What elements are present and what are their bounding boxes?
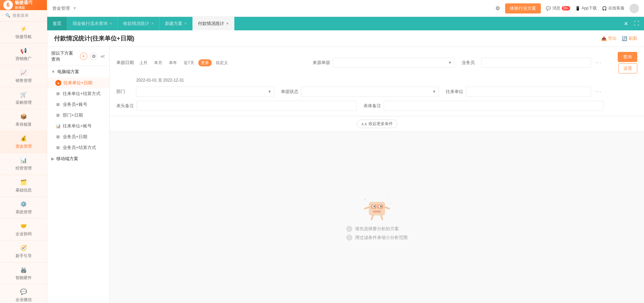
body-note-label: 表体备注 xyxy=(363,103,381,109)
date-btn-more[interactable]: 更多 xyxy=(198,59,212,66)
scheme-icon: ⊞ xyxy=(55,91,61,96)
query-button[interactable]: 查询 xyxy=(618,52,637,62)
tab-new-scheme[interactable]: 新建方案 × xyxy=(159,17,193,30)
settings-icon[interactable]: ⚙ xyxy=(495,5,500,11)
filter-status-item: 单据状态 ▼ xyxy=(281,87,439,97)
filter-settings-button[interactable]: 设置 xyxy=(618,63,637,73)
staff-more-button[interactable]: ··· xyxy=(594,60,604,66)
scheme-desktop-items: ● 往来单位+日期 ⊞ 往来单位+结算方式 ⊞ 业务员+账号 ⊞ 部门+日期 xyxy=(47,78,109,153)
partner-more-button[interactable]: ··· xyxy=(594,89,604,95)
sidebar-item-inventory[interactable]: 📦 库存核算 xyxy=(0,109,47,131)
filter-header-note-item: 表头备注 xyxy=(116,101,357,111)
scheme-icon: ⊞ xyxy=(55,134,61,140)
sidebar-item-hardware[interactable]: 🖨️ 智能硬件 xyxy=(0,263,47,284)
sidebar-nav: ⚡ 快捷导航 📢 营销推广 📈 销售管理 🛒 采购管理 📦 库存核算 💰 资金管… xyxy=(0,22,47,303)
source-select[interactable] xyxy=(333,58,455,68)
user-avatar[interactable] xyxy=(630,4,639,13)
collapse-more-button[interactable]: ∧∧ 收起更多条件 xyxy=(357,120,397,128)
sidebar-item-marketing[interactable]: 📢 营销推广 xyxy=(0,43,47,65)
message-button[interactable]: 💬 消息 99+ xyxy=(546,5,570,11)
sidebar-item-operation[interactable]: 📊 经营管理 xyxy=(0,153,47,175)
empty-state: 1 请先选择要分析的方案 2 用过滤条件来缩小分析范围 xyxy=(110,132,644,303)
scheme-desktop-title[interactable]: ▼ 电脑端方案 xyxy=(47,66,109,78)
scheme-item-partner-account[interactable]: 📊 往来单位+账号 xyxy=(47,121,109,131)
date-btn-7days[interactable]: 近7天 xyxy=(181,59,197,67)
wechat-icon: 💬 xyxy=(20,288,28,296)
dept-select[interactable] xyxy=(136,87,274,97)
header-note-label: 表头备注 xyxy=(116,103,134,109)
sidebar-item-sales[interactable]: 📈 销售管理 xyxy=(0,65,47,87)
collapse-up-icon: ∧∧ xyxy=(361,122,367,126)
date-btn-custom[interactable]: 自定义 xyxy=(213,59,231,67)
tip-num-1: 1 xyxy=(346,226,352,232)
partner-input[interactable] xyxy=(466,87,591,97)
basic-icon: 🗂️ xyxy=(20,178,28,186)
sidebar-item-quick-nav[interactable]: ⚡ 快捷导航 xyxy=(0,22,47,43)
scheme-item-partner-date[interactable]: ● 往来单位+日期 xyxy=(47,78,109,88)
status-select[interactable] xyxy=(301,87,439,97)
tab-payment-close[interactable]: × xyxy=(226,21,229,26)
date-btn-last-month[interactable]: 上月 xyxy=(137,59,150,67)
tab-bank-close[interactable]: × xyxy=(110,21,112,26)
tab-home[interactable]: 首页 xyxy=(47,17,67,30)
tab-receipt-close[interactable]: × xyxy=(151,21,154,26)
status-select-wrapper: ▼ xyxy=(301,87,439,97)
sidebar-item-purchase[interactable]: 🛒 采购管理 xyxy=(0,87,47,109)
refresh-button[interactable]: 🔄 刷新 xyxy=(622,35,637,41)
search-icon: 🔍 xyxy=(5,13,10,18)
tab-payment[interactable]: 付款情况统计 × xyxy=(193,17,234,30)
body-note-input[interactable] xyxy=(384,101,604,111)
inventory-icon: 📦 xyxy=(20,113,28,121)
scheme-settings-button[interactable]: ⚙ xyxy=(90,53,97,60)
tabs-fullscreen-button[interactable]: ⛶ xyxy=(633,20,641,28)
filter-actions: 查询 设置 xyxy=(610,52,637,73)
date-range-row: 2022-01-01 至 2022-12-31 xyxy=(116,78,637,83)
sidebar-item-basic[interactable]: 🗂️ 基础信息 xyxy=(0,175,47,197)
mobile-collapse-arrow: ▶ xyxy=(51,156,54,161)
scheme-mobile-title[interactable]: ▶ 移动端方案 xyxy=(47,153,109,164)
top-header: 资金管理 ▼ ⚙ 体验行业方案 💬 消息 99+ 📱 App下载 🎧 在线客服 xyxy=(47,0,644,17)
phone-icon: 📱 xyxy=(575,6,580,11)
hardware-icon: 🖨️ xyxy=(20,266,28,274)
header-note-input[interactable] xyxy=(137,101,357,111)
system-icon: ⚙️ xyxy=(20,200,28,208)
staff-input[interactable] xyxy=(481,58,591,68)
empty-illustration xyxy=(360,194,394,221)
date-btn-this-month[interactable]: 本月 xyxy=(151,59,165,67)
tab-bank[interactable]: 现金银行流水查询 × xyxy=(67,17,118,30)
sidebar-item-enterprise[interactable]: 🤝 企业协同 xyxy=(0,219,47,241)
sidebar-logo: 6 畅捷通巧 标准版 xyxy=(0,0,47,10)
filter-row-2: 部门 ▼ 单据状态 ▼ 往来单位 xyxy=(116,87,637,97)
dept-label: 部门 xyxy=(116,89,133,95)
sidebar-item-capital[interactable]: 💰 资金管理 xyxy=(0,131,47,153)
tab-new-scheme-close[interactable]: × xyxy=(184,21,187,26)
sidebar-item-guide[interactable]: 🧭 新手引导 xyxy=(0,241,47,263)
sidebar-item-wechat[interactable]: 💬 企业微信 xyxy=(0,284,47,303)
date-btn-this-year[interactable]: 本年 xyxy=(166,59,180,67)
date-quick-buttons: 上月 本月 本年 近7天 更多 自定义 xyxy=(137,59,231,67)
scheme-add-button[interactable]: + xyxy=(80,53,87,60)
online-service-button[interactable]: 🎧 在线客服 xyxy=(602,5,624,11)
sales-icon: 📈 xyxy=(20,69,28,77)
svg-line-5 xyxy=(385,207,389,209)
desktop-collapse-arrow: ▼ xyxy=(51,69,55,74)
app-download-button[interactable]: 📱 App下载 xyxy=(575,5,597,11)
svg-point-12 xyxy=(364,199,365,200)
marketing-icon: 📢 xyxy=(20,47,28,55)
experience-button[interactable]: 体验行业方案 xyxy=(505,3,541,13)
scheme-collapse-button[interactable]: ≪ xyxy=(100,54,105,59)
tab-receipt[interactable]: 收款情况统计 × xyxy=(118,17,159,30)
scheme-item-partner-settle[interactable]: ⊞ 往来单位+结算方式 xyxy=(47,88,109,99)
scheme-item-staff-account[interactable]: ⊞ 业务员+账号 xyxy=(47,99,109,110)
tabs-close-button[interactable]: ✕ xyxy=(622,20,630,28)
export-button[interactable]: 📤 导出 xyxy=(601,35,617,41)
scheme-desktop-section: ▼ 电脑端方案 ● 往来单位+日期 ⊞ 往来单位+结算方式 ⊞ 业务员+账号 xyxy=(47,66,109,153)
page-title: 付款情况统计(往来单位+日期) xyxy=(54,34,135,42)
scheme-item-staff-date[interactable]: ⊞ 业务员+日期 xyxy=(47,131,109,142)
scheme-panel: 按以下方案查询 + ⚙ ≪ ▼ 电脑端方案 ● 往来单位+日期 ⊞ xyxy=(47,47,110,303)
scheme-item-dept-date[interactable]: ⊞ 部门+日期 xyxy=(47,110,109,121)
svg-point-10 xyxy=(373,206,375,207)
sidebar-search[interactable]: 🔍 搜索菜单 xyxy=(0,10,47,22)
scheme-item-staff-settle[interactable]: ⊞ 业务员+结算方式 xyxy=(47,142,109,153)
sidebar-item-system[interactable]: ⚙️ 系统管理 xyxy=(0,197,47,219)
